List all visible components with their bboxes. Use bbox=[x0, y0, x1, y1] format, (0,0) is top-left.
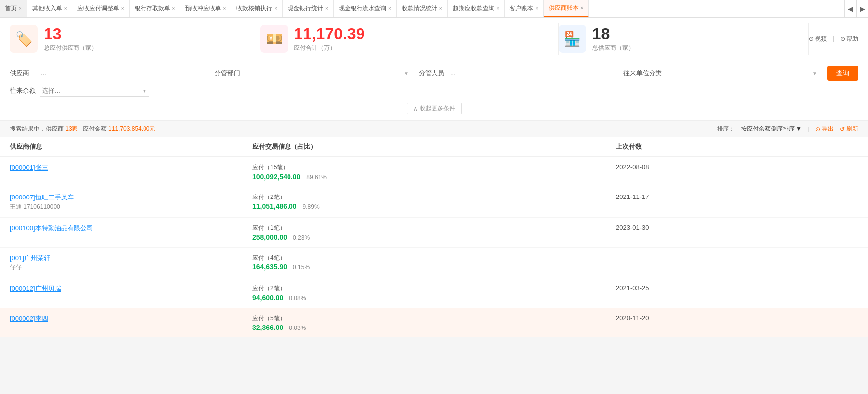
trade-percent-2: 0.23% bbox=[293, 234, 310, 241]
nav-tab-2[interactable]: 应收应付调整单× bbox=[72, 0, 130, 17]
sort-icon: ▼ bbox=[796, 125, 802, 132]
trade-label-4: 应付（2笔） bbox=[252, 284, 616, 293]
search-row-2: 往来余额 ▼ bbox=[10, 85, 858, 97]
nav-tab-5[interactable]: 收款核销执行× bbox=[231, 0, 283, 17]
stat-icon-2: 💴 bbox=[260, 25, 288, 53]
collapse-bar: ∧ 收起更多条件 bbox=[10, 101, 858, 116]
trade-percent-1: 9.89% bbox=[303, 203, 320, 210]
tab-label-11: 供应商账本 bbox=[549, 4, 579, 12]
balance-input[interactable] bbox=[40, 85, 149, 97]
trade-label-0: 应付（15笔） bbox=[252, 163, 616, 172]
supplier-cell-2: [000100]本特勤油品有限公司 bbox=[10, 224, 252, 233]
stat-icon-1: 🏷️ bbox=[10, 25, 38, 53]
person-field: 分管人员 bbox=[419, 67, 615, 79]
trade-label-1: 应付（2笔） bbox=[252, 193, 616, 201]
person-input[interactable] bbox=[448, 67, 615, 79]
nav-tab-8[interactable]: 收款情况统计× bbox=[397, 0, 448, 17]
nav-tab-9[interactable]: 超期应收款查询× bbox=[448, 0, 505, 17]
trade-percent-3: 0.15% bbox=[293, 264, 310, 271]
tab-close-0[interactable]: × bbox=[19, 6, 22, 11]
supplier-link-1[interactable]: [000007]恒旺二手叉车 bbox=[10, 193, 252, 202]
stat-payable-total: 💴 11,170.39 应付合计（万） bbox=[260, 23, 559, 55]
nav-next-arrow[interactable]: ▶ bbox=[856, 0, 868, 18]
table-row: [001]广州荣轩 仔仔 应付（4笔） 164,635.90 0.15% bbox=[0, 248, 868, 278]
tab-label-2: 应收应付调整单 bbox=[77, 4, 119, 13]
tab-label-7: 现金银行流水查询 bbox=[339, 4, 386, 13]
trade-amount-3[interactable]: 164,635.90 bbox=[252, 263, 287, 271]
last-pay-cell-2: 2023-01-30 bbox=[616, 224, 858, 231]
trade-amount-1[interactable]: 11,051,486.00 bbox=[252, 202, 297, 210]
trade-cell-1: 应付（2笔） 11,051,486.00 9.89% bbox=[252, 193, 616, 210]
table-row: [000002]李四 应付（5笔） 32,366.00 0.03% 2020-1… bbox=[0, 308, 868, 338]
nav-tab-1[interactable]: 其他收入单× bbox=[27, 0, 72, 17]
table-row: [000100]本特勤油品有限公司 应付（1笔） 258,000.00 0.23… bbox=[0, 218, 868, 248]
trade-amount-0[interactable]: 100,092,540.00 bbox=[252, 173, 300, 181]
category-input[interactable] bbox=[666, 67, 820, 79]
stat-total-suppliers: 🏪 18 总供应商（家） bbox=[559, 23, 809, 55]
supplier-link-5[interactable]: [000002]李四 bbox=[10, 314, 252, 323]
tab-close-11[interactable]: × bbox=[580, 5, 583, 11]
nav-tab-3[interactable]: 银行存取款单× bbox=[130, 0, 181, 17]
nav-tab-7[interactable]: 现金银行流水查询× bbox=[334, 0, 397, 17]
tab-close-1[interactable]: × bbox=[64, 6, 67, 11]
supplier-input[interactable] bbox=[39, 67, 207, 79]
tab-close-10[interactable]: × bbox=[535, 6, 538, 11]
tab-label-10: 客户账本 bbox=[509, 4, 533, 13]
tab-close-4[interactable]: × bbox=[223, 6, 226, 11]
results-summary: 搜索结果中，供应商 13家 应付金额 111,703,854.00元 bbox=[10, 125, 155, 133]
supplier-link-4[interactable]: [000012]广州贝瑞 bbox=[10, 284, 252, 293]
tab-close-8[interactable]: × bbox=[439, 6, 442, 11]
export-button[interactable]: ⊙ 导出 bbox=[815, 125, 834, 133]
table-row: [000012]广州贝瑞 应付（2笔） 94,600.00 0.08% 2021… bbox=[0, 278, 868, 308]
nav-tab-4[interactable]: 预收冲应收单× bbox=[180, 0, 231, 17]
stat-icon-3: 🏪 bbox=[559, 25, 586, 53]
last-pay-cell-4: 2021-03-25 bbox=[616, 284, 858, 292]
table-row: [000007]恒旺二手叉车 王通 17106110000 应付（2笔） 11,… bbox=[0, 187, 868, 218]
summary-text: 搜索结果中，供应商 13家 应付金额 111,703,854.00元 bbox=[10, 125, 155, 133]
supplier-link-0[interactable]: [000001]张三 bbox=[10, 163, 252, 172]
divider: | bbox=[833, 35, 834, 42]
tab-close-3[interactable]: × bbox=[172, 6, 175, 11]
nav-tab-11[interactable]: 供应商账本× bbox=[544, 0, 589, 17]
total-suppliers-label: 总供应商（家） bbox=[592, 44, 634, 52]
query-button[interactable]: 查询 bbox=[827, 66, 858, 81]
tab-close-7[interactable]: × bbox=[388, 6, 391, 11]
trade-label-2: 应付（1笔） bbox=[252, 224, 616, 232]
supplier-link-3[interactable]: [001]广州荣轩 bbox=[10, 254, 252, 263]
supplier-link-2[interactable]: [000100]本特勤油品有限公司 bbox=[10, 224, 252, 233]
person-label: 分管人员 bbox=[419, 69, 444, 78]
trade-percent-5: 0.03% bbox=[289, 325, 306, 331]
trade-amount-5[interactable]: 32,366.00 bbox=[252, 324, 283, 331]
dept-input[interactable] bbox=[244, 67, 411, 79]
payable-suppliers-num: 13 bbox=[44, 26, 97, 42]
tab-label-5: 收款核销执行 bbox=[236, 4, 272, 13]
tab-close-2[interactable]: × bbox=[121, 6, 124, 11]
nav-tab-0[interactable]: 首页× bbox=[0, 0, 27, 17]
col3-header: 上次付数 bbox=[616, 142, 858, 151]
trade-percent-4: 0.08% bbox=[289, 295, 306, 302]
trade-amount-4[interactable]: 94,600.00 bbox=[252, 294, 283, 302]
supplier-cell-3: [001]广州荣轩 仔仔 bbox=[10, 254, 252, 272]
collapse-button[interactable]: ∧ 收起更多条件 bbox=[407, 103, 462, 114]
col1-header: 供应商信息 bbox=[10, 142, 252, 151]
trade-percent-0: 89.61% bbox=[306, 174, 327, 181]
nav-tab-10[interactable]: 客户账本× bbox=[505, 0, 544, 17]
nav-tab-6[interactable]: 现金银行统计× bbox=[283, 0, 334, 17]
sort-value[interactable]: 按应付余额倒序排序 ▼ bbox=[741, 125, 802, 133]
refresh-button[interactable]: ↺ 刷新 bbox=[840, 125, 858, 133]
results-bar: 搜索结果中，供应商 13家 应付金额 111,703,854.00元 排序： 按… bbox=[0, 121, 868, 137]
payable-suppliers-label: 总应付供应商（家） bbox=[44, 44, 97, 52]
payable-total-label: 应付合计（万） bbox=[294, 44, 364, 52]
top-nav: 首页×其他收入单×应收应付调整单×银行存取款单×预收冲应收单×收款核销执行×现金… bbox=[0, 0, 868, 18]
nav-prev-arrow[interactable]: ◀ bbox=[844, 0, 856, 18]
tab-close-9[interactable]: × bbox=[497, 6, 500, 11]
main-table: 供应商信息 应付交易信息（占比） 上次付数 [000001]张三 应付（15笔）… bbox=[0, 137, 868, 338]
trade-cell-0: 应付（15笔） 100,092,540.00 89.61% bbox=[252, 163, 616, 181]
search-area: 供应商 分管部门 ▼ 分管人员 往来单位分类 ▼ 查询 往来余额 bbox=[0, 60, 868, 121]
tab-close-6[interactable]: × bbox=[325, 6, 328, 11]
help-link[interactable]: ⊙ 帮助 bbox=[840, 35, 858, 43]
trade-amount-2[interactable]: 258,000.00 bbox=[252, 233, 287, 241]
video-link[interactable]: ⊙ 视频 bbox=[809, 35, 827, 43]
tab-close-5[interactable]: × bbox=[274, 6, 277, 11]
category-label: 往来单位分类 bbox=[623, 69, 662, 78]
